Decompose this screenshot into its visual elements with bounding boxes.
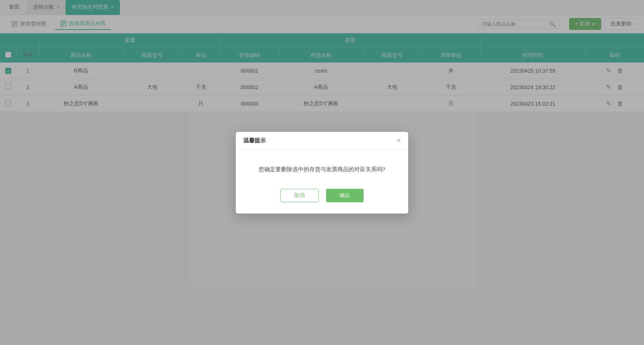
btn-confirm[interactable]: 确认 (326, 189, 364, 202)
dialog-message: 您确定要删除选中的存货与发票商品的对应关系吗? (259, 166, 385, 172)
dialog-body: 您确定要删除选中的存货与发票商品的对应关系吗? (236, 150, 408, 185)
overlay: 温馨提示 × 您确定要删除选中的存货与发票商品的对应关系吗? 取消 确认 (0, 0, 644, 345)
dialog-close-btn[interactable]: × (397, 137, 401, 144)
dialog-title: 温馨提示 (243, 137, 266, 144)
dialog-header: 温馨提示 × (236, 132, 408, 150)
dialog: 温馨提示 × 您确定要删除选中的存货与发票商品的对应关系吗? 取消 确认 (236, 132, 408, 214)
btn-confirm-label: 确认 (340, 192, 350, 198)
btn-cancel[interactable]: 取消 (280, 189, 319, 202)
dialog-footer: 取消 确认 (236, 185, 408, 214)
btn-cancel-label: 取消 (294, 192, 305, 198)
